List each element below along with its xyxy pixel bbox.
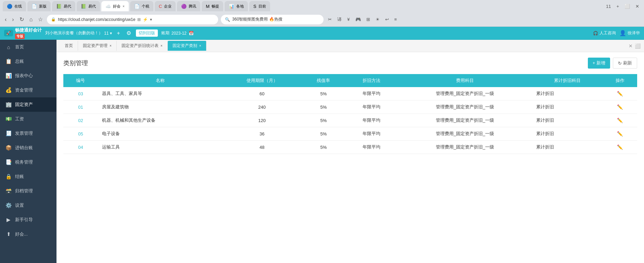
forward-btn[interactable]: › — [11, 15, 15, 24]
inner-win-controls: ✕ ⬜ — [629, 43, 641, 49]
tab-add-btn[interactable]: + — [614, 3, 621, 10]
edit-btn-0[interactable]: ✏️ — [617, 91, 623, 96]
table-header-row: 编号 名称 使用期限（月） 残值率 折旧方法 费用科目 累计折旧科目 操作 — [63, 74, 637, 87]
guide-icon: ▶ — [5, 217, 12, 223]
switch-version-btn[interactable]: 切到旧版 — [136, 29, 158, 37]
tab-home[interactable]: 首页 — [60, 41, 78, 51]
sidebar-item-inventory[interactable]: 📦 进销台账 — [0, 141, 56, 155]
logo-icon: 🚀 — [6, 31, 11, 35]
grid-icon-btn[interactable]: ⊞ — [365, 16, 372, 23]
calendar-icon[interactable]: 📅 — [189, 31, 194, 36]
tab-depreciation-report-close[interactable]: × — [161, 44, 163, 48]
browser-tab-new[interactable]: 📄 新版 — [27, 1, 51, 11]
browser-tab-yidai2[interactable]: 📗 易代 — [77, 1, 100, 11]
browser-tab-current[interactable]: S 目前 — [249, 1, 270, 11]
browser-tab-gedi[interactable]: 📊 各地 — [225, 1, 248, 11]
cell-accumulated-4: 累计折旧 — [532, 141, 603, 154]
code-link-1[interactable]: 01 — [78, 105, 83, 110]
sidebar-item-reports[interactable]: 📊 报表中心 — [0, 69, 56, 83]
consultation-btn[interactable]: 🎧 人工咨询 — [593, 30, 616, 36]
user-dropdown-icon[interactable]: ▾ — [110, 31, 112, 36]
cell-period-4: 48 — [222, 141, 302, 154]
scissors-icon-btn[interactable]: ✂ — [326, 16, 333, 23]
tab-fixed-assets-mgmt-close[interactable]: × — [110, 44, 112, 48]
sidebar-item-fixed-assets[interactable]: 🏢 固定资产 — [0, 97, 56, 112]
sidebar-item-home[interactable]: ⌂ 首页 — [0, 40, 56, 54]
minimize-btn[interactable]: 11 — [604, 3, 613, 10]
cell-actions-1: ✏️ — [603, 100, 637, 114]
tab-fixed-assets-mgmt[interactable]: 固定资产管理 × — [78, 41, 117, 51]
app-logo: 🚀 畅捷通好会计 专版 — [4, 27, 42, 39]
browser-tab-active[interactable]: ☁️ 好会 × — [101, 1, 129, 11]
bookmark-btn[interactable]: ☆ — [37, 15, 44, 24]
code-link-2[interactable]: 02 — [78, 118, 83, 123]
edit-btn-4[interactable]: ✏️ — [617, 144, 623, 150]
ledger-icon: 📋 — [5, 58, 12, 64]
col-accumulated: 累计折旧科目 — [532, 74, 603, 87]
tab-asset-category-label: 固定资产类别 — [173, 43, 197, 49]
browser-tab-close[interactable]: × — [123, 4, 125, 8]
sidebar-item-guide[interactable]: ▶ 新手引导 — [0, 213, 56, 227]
sidebar-item-tax[interactable]: 📑 税务管理 — [0, 155, 56, 169]
sidebar-item-invoice[interactable]: 🧾 发票管理 — [0, 126, 56, 141]
back-btn[interactable]: ‹ — [3, 15, 8, 24]
sidebar-item-settings[interactable]: ⚙️ 设置 — [0, 198, 56, 213]
sidebar-item-ledger[interactable]: 📋 总账 — [0, 54, 56, 69]
add-category-btn[interactable]: + 新增 — [588, 58, 610, 69]
reload-btn[interactable]: ↻ — [18, 15, 25, 24]
sidebar-item-more[interactable]: ⬆ 好会... — [0, 227, 56, 241]
code-link-4[interactable]: 04 — [78, 145, 83, 150]
cell-accumulated-0: 累计折旧 — [532, 87, 603, 100]
code-link-0[interactable]: 03 — [78, 91, 83, 96]
game-icon-btn[interactable]: 🎮 — [354, 16, 363, 23]
inner-close-btn[interactable]: ✕ — [629, 43, 633, 49]
tab-asset-category[interactable]: 固定资产类别 × — [168, 41, 206, 51]
home-btn[interactable]: ⌂ — [28, 15, 34, 24]
address-bar[interactable]: 🔒 https://cloud.chanjet.com/accounting/u… — [47, 15, 218, 24]
tab-depreciation-report[interactable]: 固定资产折旧统计表 × — [117, 41, 168, 51]
translate-icon-btn[interactable]: 译 — [336, 15, 343, 24]
browser-tab-bar: 🔵 在线 📄 新版 📗 易代 📗 易代 ☁️ 好会 × 📄 个税 C 企业 🟣 … — [0, 0, 644, 12]
inner-maximize-btn[interactable]: ⬜ — [635, 43, 641, 49]
search-bar[interactable]: 🔍 360智能抠图免费用 🔥热搜 — [221, 15, 324, 24]
browser-tab-yidai1[interactable]: 📗 易代 — [52, 1, 75, 11]
sidebar-item-label-home: 首页 — [15, 44, 24, 50]
currency-icon-btn[interactable]: ¥ — [345, 16, 351, 23]
browser-tab-tax[interactable]: 📄 个税 — [130, 1, 153, 11]
close-btn[interactable]: ✕ — [633, 3, 641, 10]
sidebar-item-payroll[interactable]: 💵 工资 — [0, 112, 56, 126]
cell-accumulated-2: 累计折旧 — [532, 114, 603, 127]
cell-actions-2: ✏️ — [603, 114, 637, 127]
col-residual: 残值率 — [302, 74, 345, 87]
cell-actions-3: ✏️ — [603, 127, 637, 141]
edit-btn-1[interactable]: ✏️ — [617, 104, 623, 110]
cell-expense-2: 管理费用_固定资产折旧_一级 — [398, 114, 532, 127]
edit-btn-3[interactable]: ✏️ — [617, 131, 623, 136]
col-code: 编号 — [63, 74, 98, 87]
settings-btn[interactable]: ⚙ — [125, 28, 132, 38]
sidebar-item-label-ledger: 总账 — [15, 58, 24, 64]
sidebar-item-funds[interactable]: 💰 资金管理 — [0, 83, 56, 97]
browser-tab-changjie[interactable]: M 畅提 — [202, 1, 223, 11]
settings-icon-btn[interactable]: ☀ — [374, 16, 381, 23]
code-link-3[interactable]: 05 — [78, 131, 83, 136]
sidebar-item-archive[interactable]: 🗃️ 归档管理 — [0, 184, 56, 198]
table-row: 02 机器、机械和其他生产设备 120 5% 年限平均 管理费用_固定资产折旧_… — [63, 114, 637, 127]
tab-asset-category-close[interactable]: × — [199, 44, 201, 48]
browser-tab-tencent[interactable]: 🟣 腾讯 — [177, 1, 200, 11]
cell-residual-1: 5% — [302, 100, 345, 114]
menu-icon-btn[interactable]: ≡ — [393, 16, 399, 23]
cell-period-2: 120 — [222, 114, 302, 127]
browser-tab-enterprise[interactable]: C 企业 — [155, 1, 176, 11]
edit-btn-2[interactable]: ✏️ — [617, 118, 623, 123]
col-name: 名称 — [98, 74, 222, 87]
refresh-btn[interactable]: ↻ 刷新 — [613, 58, 637, 69]
sidebar-item-closing[interactable]: 🔒 结账 — [0, 169, 56, 184]
sidebar-item-label-tax: 税务管理 — [15, 159, 33, 165]
maximize-btn[interactable]: ⬜ — [622, 3, 632, 10]
refresh-label: 刷新 — [623, 60, 632, 66]
more-btn[interactable]: + — [115, 29, 121, 38]
browser-tab-online[interactable]: 🔵 在线 — [3, 1, 26, 11]
user-account[interactable]: 👤 徐泽华 — [619, 30, 640, 36]
undo-icon-btn[interactable]: ↩ — [383, 16, 391, 23]
